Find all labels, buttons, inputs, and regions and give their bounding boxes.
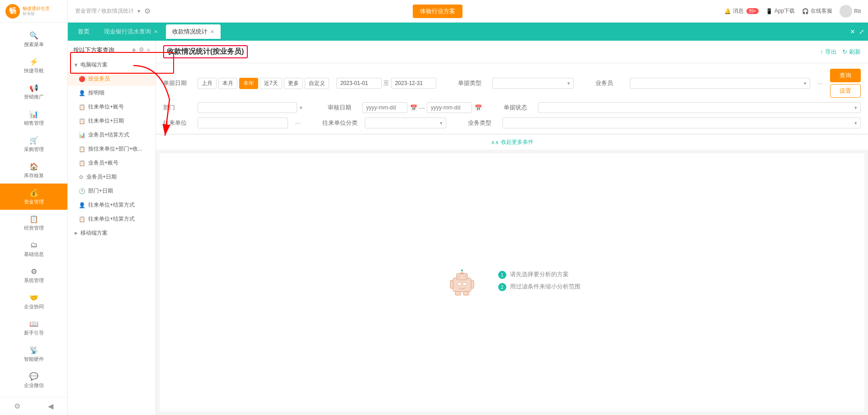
sidebar-item-inventory[interactable]: 🏠 库存核算 [0,157,67,184]
sidebar-item-purchase[interactable]: 🛒 采购管理 [0,131,67,157]
empty-step-2: 2 用过滤条件来缩小分析范围 [498,283,580,291]
tree-item-partner-date[interactable]: 📋 往来单位+日期 [68,114,156,128]
partner-date-icon: 📋 [79,118,85,124]
filter-settings-button[interactable]: 设置 [830,84,861,98]
receipt-tab-close[interactable]: ✕ [210,29,214,35]
svg-point-5 [464,276,466,277]
biz-type-label: 业务类型 [468,119,495,127]
avatar [840,5,852,18]
sidebar-settings-btn[interactable]: ⚙ [14,402,20,410]
tree-item-partner-settle2[interactable]: 📋 往来单位+结算方式 [68,212,156,226]
doc-status-select-wrapper [538,102,861,113]
sidebar-item-basic[interactable]: 🗂 基础信息 [0,236,67,262]
salesperson-more-btn[interactable]: ··· [817,80,823,87]
notifications-btn[interactable]: 🔔 消息 99+ [724,7,759,15]
preset-this-year[interactable]: 本年 [239,78,258,89]
breadcrumb-dropdown-icon[interactable]: ▾ [137,8,141,14]
preset-more[interactable]: 更多 [284,78,303,89]
refresh-button[interactable]: ↻ 刷新 [842,48,861,56]
partner-input[interactable] [198,118,288,128]
sidebar-item-wechat[interactable]: 💬 企业微信 [0,367,67,393]
sidebar-item-enterprise[interactable]: 🤝 企业协同 [0,288,67,315]
tree-item-salesperson-date[interactable]: ⚙ 业务员+日期 [68,170,156,184]
tree-item-partner-settle1[interactable]: 👤 往来单位+结算方式 [68,198,156,212]
sidebar-item-guide[interactable]: 📖 新手引导 [0,315,67,341]
salesperson-select[interactable] [630,78,811,89]
operation-icon: 📋 [29,214,38,223]
logo-area: 畅 畅捷通好生意 标准版 [0,0,67,23]
partner-account-icon: 📋 [79,104,85,110]
sidebar-item-search[interactable]: 🔍 搜索菜单 [0,26,67,52]
logo-text: 畅捷通好生意 标准版 [23,5,50,17]
review-date-to-input[interactable] [427,102,472,113]
doctype-select[interactable] [492,78,574,89]
tab-bank[interactable]: 现金银行流水查询 ✕ [98,24,164,39]
tree-section-desktop: ▼ 电脑端方案 🔴 按业务员 👤 按明细 [68,58,156,244]
query-button[interactable]: 查询 [830,69,861,82]
header-settings-icon[interactable]: ⚙ [144,7,151,15]
sidebar-item-hardware[interactable]: 📡 智能硬件 [0,341,67,367]
tree-item-partner-dept[interactable]: 📋 按往来单位+部门+收... [68,142,156,156]
sidebar: 畅 畅捷通好生意 标准版 🔍 搜索菜单 ⚡ 快捷导航 📢 营销推广 📊 销 [0,0,68,415]
sidebar-item-sales[interactable]: 📊 销售管理 [0,105,67,131]
partner-more-btn[interactable]: ··· [295,119,301,127]
export-button[interactable]: ↑ 导出 [821,48,837,56]
inventory-icon: 🏠 [29,162,38,171]
tree-item-by-detail[interactable]: 👤 按明细 [68,86,156,100]
desktop-section-header[interactable]: ▼ 电脑端方案 [68,58,156,72]
panel-settings-btn[interactable]: ⚙ [139,46,144,54]
sidebar-item-finance[interactable]: 💰 资金管理 [0,184,67,210]
collapse-label: 收起更多条件 [501,138,533,146]
tab-close-window-btn[interactable]: ✕ [850,28,855,35]
review-date-label: 审核日期 [328,104,355,112]
dept-date-icon: 🕐 [79,188,85,194]
receipt-tab-label: 收款情况统计 [172,28,208,36]
tree-children-desktop: 🔴 按业务员 👤 按明细 📋 往来单位+账号 [68,72,156,226]
sidebar-collapse-btn[interactable]: ◀ [48,402,53,410]
tree-item-partner-account[interactable]: 📋 往来单位+账号 [68,100,156,114]
date-from-input[interactable] [336,78,382,89]
review-date-from-input[interactable] [362,102,407,113]
empty-step-1: 1 请先选择要分析的方案 [498,270,580,279]
preset-last-month[interactable]: 上月 [198,78,217,89]
mobile-section-header[interactable]: ▼ 移动端方案 [68,226,156,240]
panel-add-btn[interactable]: + [132,46,136,54]
sidebar-item-member[interactable]: V 畅会员 [0,393,67,397]
filter-row-2: 部门 审核日期 📅 — 📅 单据状态 [163,102,861,113]
bell-icon: 🔔 [724,8,731,14]
download-icon: 📱 [766,8,773,14]
partner-category-label: 往来单位分类 [322,119,358,127]
collapse-up-icon: ∧∧ [491,139,499,146]
preset-this-month[interactable]: 本月 [218,78,237,89]
tree-node-mobile: ▼ 移动端方案 [68,226,156,240]
biz-type-select[interactable] [502,118,861,128]
tree-item-dept-date[interactable]: 🕐 部门+日期 [68,184,156,198]
tab-receipt[interactable]: 收款情况统计 ✕ [166,24,221,39]
app-download-btn[interactable]: 📱 App下载 [766,7,795,15]
tree-item-salesperson-account[interactable]: 📋 业务员+账号 [68,156,156,170]
user-area[interactable]: Rit [840,5,861,18]
panel-header-label: 按以下方案查询 [73,46,132,54]
panel-collapse-btn[interactable]: « [147,46,150,54]
tree-item-by-salesperson[interactable]: 🔴 按业务员 [68,72,156,86]
dept-select[interactable] [198,102,297,113]
online-service-btn[interactable]: 🎧 在线客服 [802,7,832,15]
collapse-bar[interactable]: ∧∧ 收起更多条件 [156,134,868,150]
tree-item-salesperson-settle[interactable]: 📊 业务员+结算方式 [68,128,156,142]
preset-custom[interactable]: 自定义 [305,78,329,89]
date-to-input[interactable] [391,78,436,89]
empty-robot-icon [444,264,480,301]
tab-maximize-btn[interactable]: ⤢ [859,28,864,35]
partner-category-select[interactable] [365,118,446,128]
tab-home[interactable]: 首页 [71,24,96,39]
demo-button[interactable]: 体验行业方案 [413,5,462,18]
sidebar-item-system[interactable]: ⚙ 系统管理 [0,262,67,288]
doc-status-select[interactable] [538,102,861,113]
preset-last-7-days[interactable]: 近7天 [260,78,282,89]
calendar-icon-to[interactable]: 📅 [475,104,482,111]
sidebar-item-quicknav[interactable]: ⚡ 快捷导航 [0,52,67,79]
sidebar-item-marketing[interactable]: 📢 营销推广 [0,79,67,105]
bank-tab-close[interactable]: ✕ [154,29,158,35]
sidebar-item-operation[interactable]: 📋 经营管理 [0,210,67,236]
calendar-icon-from[interactable]: 📅 [410,104,417,111]
